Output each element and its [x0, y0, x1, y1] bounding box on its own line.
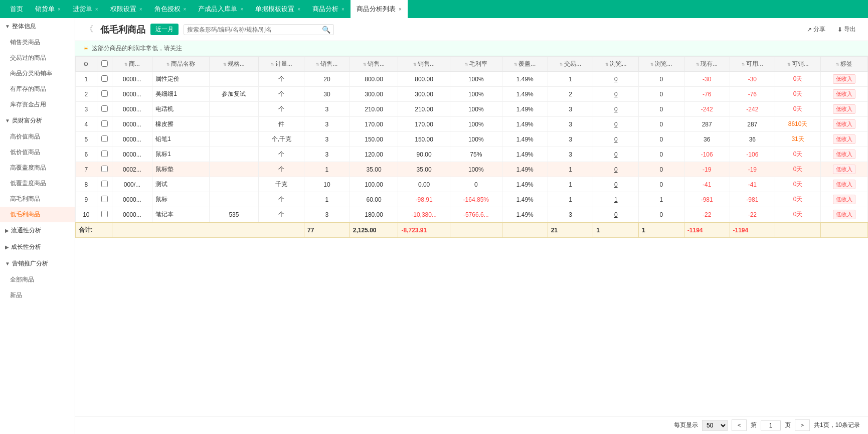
settings-col-header[interactable]: ⚙ [76, 57, 97, 72]
nav-product-analysis[interactable]: 商品分析 × [306, 0, 351, 18]
prev-page-button[interactable]: ＜ [732, 419, 747, 431]
row-name[interactable]: 鼠标垫 [152, 162, 209, 177]
col-sales-price[interactable]: ⇅销售... [350, 57, 398, 72]
row-checkbox[interactable] [101, 90, 108, 97]
nav-purchase-order[interactable]: 进货单 × [67, 0, 104, 18]
nav-role-auth[interactable]: 角色授权 × [148, 0, 193, 18]
col-coverage[interactable]: ⇅覆盖... [502, 57, 548, 72]
col-sales-count[interactable]: ⇅销售... [304, 57, 350, 72]
row-view1[interactable]: 0 [593, 147, 639, 162]
row-view1[interactable]: 0 [593, 207, 639, 223]
row-checkbox-cell[interactable] [97, 162, 112, 177]
row-name[interactable]: 橡皮擦 [152, 117, 209, 132]
col-code[interactable]: ⇅商... [112, 57, 152, 72]
sidebar-group-overall[interactable]: ▼ 整体信息 [0, 18, 75, 35]
sidebar-collapse-button[interactable]: 《 [83, 22, 95, 37]
close-icon[interactable]: × [95, 7, 98, 12]
row-name[interactable]: 电话机 [152, 102, 209, 117]
row-view1[interactable]: 0 [593, 162, 639, 177]
sidebar-item-new-goods[interactable]: 新品 [0, 287, 75, 303]
col-tag[interactable]: ⇅标签 [820, 57, 867, 72]
sidebar-item-all-goods[interactable]: 全部商品 [0, 272, 75, 287]
sidebar-item-high-margin[interactable]: 高毛利商品 [0, 191, 75, 207]
time-filter-button[interactable]: 近一月 [150, 24, 179, 35]
nav-sales-order[interactable]: 销货单 × [29, 0, 67, 18]
nav-home[interactable]: 首页 [4, 0, 29, 18]
sidebar-item-in-stock[interactable]: 有库存的商品 [0, 81, 75, 97]
sidebar-group-growth[interactable]: ▶ 成长性分析 [0, 239, 75, 255]
nav-product-inbound[interactable]: 产成品入库单 × [192, 0, 249, 18]
row-view1[interactable]: 0 [593, 177, 639, 192]
close-icon[interactable]: × [58, 7, 61, 12]
row-name[interactable]: 铅笔1 [152, 132, 209, 147]
close-icon[interactable]: × [341, 7, 344, 12]
col-current-stock[interactable]: ⇅现有... [684, 57, 730, 72]
export-button[interactable]: ⬇ 导出 [833, 23, 860, 36]
page-size-select[interactable]: 20 50 100 [702, 420, 728, 431]
row-checkbox-cell[interactable] [97, 132, 112, 147]
row-name[interactable]: 测试 [152, 177, 209, 192]
next-page-button[interactable]: ＞ [795, 419, 810, 431]
row-checkbox[interactable] [101, 105, 108, 112]
row-checkbox-cell[interactable] [97, 207, 112, 223]
select-all-checkbox[interactable] [101, 60, 108, 67]
row-checkbox-cell[interactable] [97, 177, 112, 192]
row-checkbox[interactable] [101, 75, 108, 82]
close-icon[interactable]: × [184, 7, 187, 12]
row-checkbox-cell[interactable] [97, 102, 112, 117]
search-icon[interactable]: 🔍 [322, 26, 330, 34]
close-icon[interactable]: × [297, 7, 300, 12]
close-icon[interactable]: × [399, 7, 402, 12]
search-input[interactable] [187, 26, 322, 33]
sidebar-item-category-rate[interactable]: 商品分类助销率 [0, 66, 75, 81]
col-saleable[interactable]: ⇅可销... [775, 57, 821, 72]
col-transaction[interactable]: ⇅交易... [548, 57, 593, 72]
row-name[interactable]: 属性定价 [152, 72, 209, 87]
row-checkbox-cell[interactable] [97, 192, 112, 207]
row-name[interactable]: 鼠标1 [152, 147, 209, 162]
share-button[interactable]: ↗ 分享 [803, 23, 829, 36]
sidebar-item-traded-goods[interactable]: 交易过的商品 [0, 50, 75, 66]
sidebar-item-low-coverage[interactable]: 低覆盖度商品 [0, 176, 75, 191]
col-available[interactable]: ⇅可用... [730, 57, 775, 72]
sidebar-group-marketing[interactable]: ▼ 营销推广分析 [0, 255, 75, 272]
close-icon[interactable]: × [139, 7, 142, 12]
nav-template-settings[interactable]: 单据模板设置 × [249, 0, 306, 18]
row-checkbox-cell[interactable] [97, 117, 112, 132]
row-name[interactable]: 吴细细1 [152, 87, 209, 102]
row-checkbox[interactable] [101, 181, 108, 187]
col-unit[interactable]: ⇅计量... [259, 57, 304, 72]
sidebar-item-sales-goods[interactable]: 销售类商品 [0, 35, 75, 50]
row-checkbox-cell[interactable] [97, 72, 112, 87]
col-name[interactable]: ⇅商品名称 [152, 57, 209, 72]
nav-permissions[interactable]: 权限设置 × [104, 0, 148, 18]
checkbox-col-header[interactable] [97, 57, 112, 72]
row-view1[interactable]: 0 [593, 102, 639, 117]
sidebar-item-stock-capital[interactable]: 库存资金占用 [0, 97, 75, 112]
row-checkbox-cell[interactable] [97, 87, 112, 102]
nav-product-analysis-list[interactable]: 商品分析列表 × [351, 0, 408, 18]
sidebar-item-low-margin[interactable]: 低毛利商品 [0, 207, 75, 222]
sidebar-item-high-value[interactable]: 高价值商品 [0, 129, 75, 144]
row-view1[interactable]: 1 [593, 192, 639, 207]
row-checkbox-cell[interactable] [97, 147, 112, 162]
sidebar-group-wealth[interactable]: ▼ 类财富分析 [0, 112, 75, 129]
row-checkbox[interactable] [101, 211, 108, 217]
row-name[interactable]: 鼠标 [152, 192, 209, 207]
sidebar-item-high-coverage[interactable]: 高覆盖度商品 [0, 160, 75, 176]
row-view1[interactable]: 0 [593, 72, 639, 87]
row-checkbox[interactable] [101, 196, 108, 202]
col-spec[interactable]: ⇅规格... [209, 57, 259, 72]
sidebar-group-circulation[interactable]: ▶ 流通性分析 [0, 222, 75, 239]
row-checkbox[interactable] [101, 151, 108, 157]
row-name[interactable]: 笔记本 [152, 207, 209, 223]
row-view1[interactable]: 0 [593, 132, 639, 147]
col-view1[interactable]: ⇅浏览... [593, 57, 639, 72]
col-sales-profit[interactable]: ⇅销售... [398, 57, 450, 72]
col-gross-margin[interactable]: ⇅毛利率 [450, 57, 502, 72]
row-checkbox[interactable] [101, 120, 108, 127]
row-view1[interactable]: 0 [593, 117, 639, 132]
row-checkbox[interactable] [101, 166, 108, 172]
row-checkbox[interactable] [101, 135, 108, 142]
row-view1[interactable]: 0 [593, 87, 639, 102]
